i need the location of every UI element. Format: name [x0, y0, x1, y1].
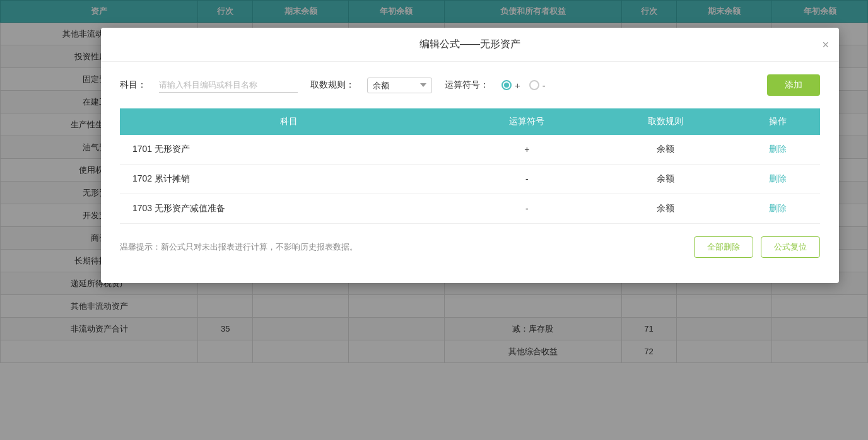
operator-label: 运算符号： — [445, 79, 489, 91]
reset-button[interactable]: 公式复位 — [761, 236, 820, 258]
formula-subject: 1702 累计摊销 — [120, 165, 457, 194]
minus-symbol: - — [542, 80, 546, 91]
th-operator: 运算符号 — [457, 108, 596, 135]
subject-label: 科目： — [120, 79, 146, 91]
operator-minus-radio[interactable]: - — [529, 80, 546, 91]
delete-row-link[interactable]: 删除 — [769, 203, 787, 213]
radio-minus-circle — [529, 80, 539, 90]
hint-text: 温馨提示：新公式只对未出报表进行计算，不影响历史报表数据。 — [120, 241, 358, 253]
formula-row: 1702 累计摊销-余额删除 — [120, 165, 820, 194]
th-rule: 取数规则 — [596, 108, 735, 135]
radio-plus-dot — [504, 83, 509, 88]
formula-subject: 1701 无形资产 — [120, 135, 457, 165]
formula-row: 1701 无形资产+余额删除 — [120, 135, 820, 165]
form-row: 科目： 取数规则： 余额 借方 贷方 借方发生额 贷方发生额 运算符号： + - — [101, 62, 839, 108]
add-button[interactable]: 添加 — [767, 74, 820, 96]
subject-input[interactable] — [159, 78, 298, 93]
formula-action: 删除 — [735, 194, 820, 224]
formula-row: 1703 无形资产减值准备-余额删除 — [120, 194, 820, 224]
formula-table: 科目 运算符号 取数规则 操作 1701 无形资产+余额删除1702 累计摊销-… — [120, 108, 820, 224]
formula-operator: - — [457, 194, 596, 224]
formula-rule: 余额 — [596, 165, 735, 194]
formula-operator: + — [457, 135, 596, 165]
formula-rule: 余额 — [596, 194, 735, 224]
formula-action: 删除 — [735, 135, 820, 165]
formula-action: 删除 — [735, 165, 820, 194]
delete-all-button[interactable]: 全部删除 — [694, 236, 753, 258]
modal-dialog: 编辑公式——无形资产 × 科目： 取数规则： 余额 借方 贷方 借方发生额 贷方… — [101, 28, 839, 283]
delete-row-link[interactable]: 删除 — [769, 173, 787, 183]
bottom-buttons: 全部删除 公式复位 — [694, 236, 820, 258]
th-action: 操作 — [735, 108, 820, 135]
operator-radio-group: + - — [501, 80, 546, 91]
formula-rule: 余额 — [596, 135, 735, 165]
formula-subject: 1703 无形资产减值准备 — [120, 194, 457, 224]
formula-operator: - — [457, 165, 596, 194]
rule-section: 余额 借方 贷方 借方发生额 贷方发生额 — [367, 78, 432, 93]
th-subject: 科目 — [120, 108, 457, 135]
modal-close-button[interactable]: × — [822, 39, 829, 50]
rule-label: 取数规则： — [310, 79, 355, 91]
radio-plus-circle — [501, 80, 512, 90]
rule-select[interactable]: 余额 借方 贷方 借方发生额 贷方发生额 — [367, 78, 432, 93]
delete-row-link[interactable]: 删除 — [769, 144, 787, 154]
modal-header: 编辑公式——无形资产 × — [101, 28, 839, 62]
operator-plus-radio[interactable]: + — [501, 80, 520, 91]
modal-table-wrapper: 科目 运算符号 取数规则 操作 1701 无形资产+余额删除1702 累计摊销-… — [120, 108, 820, 224]
modal-title: 编辑公式——无形资产 — [419, 38, 520, 51]
plus-symbol: + — [515, 80, 520, 91]
hint-row: 温馨提示：新公式只对未出报表进行计算，不影响历史报表数据。 全部删除 公式复位 — [101, 224, 839, 264]
